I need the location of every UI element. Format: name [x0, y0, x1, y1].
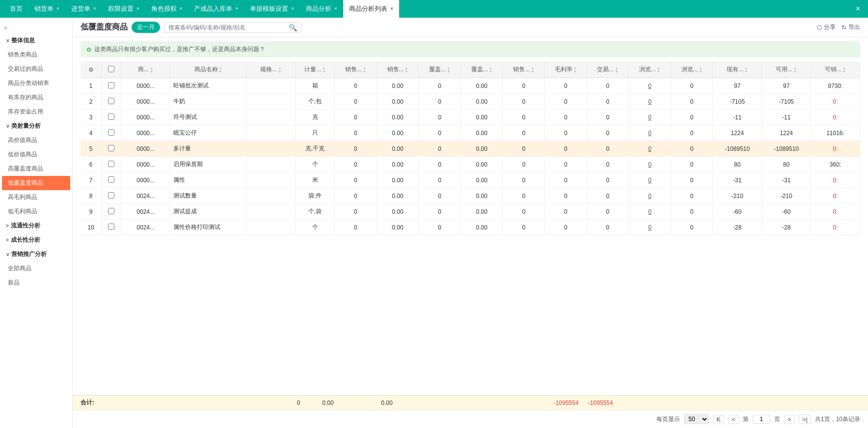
nav-tab-analysis-list[interactable]: 商品分析列表 ×: [343, 0, 399, 18]
row-checkbox[interactable]: [108, 161, 114, 167]
row-name: 旺铺批次测试: [170, 78, 246, 94]
nav-tab-role[interactable]: 角色授权 ×: [145, 0, 189, 18]
sidebar-section-analysis[interactable]: ∨ 类射量分析: [0, 119, 72, 133]
row-name: 牛奶: [170, 94, 246, 110]
close-template-tab[interactable]: ×: [291, 0, 294, 18]
row-check[interactable]: [102, 220, 121, 235]
row-current: 97: [713, 78, 762, 94]
sidebar-item-traded-goods[interactable]: 交易过的商品: [0, 62, 72, 76]
row-browse1[interactable]: 0: [629, 220, 671, 235]
page-label: 第: [743, 415, 749, 424]
close-permission-tab[interactable]: ×: [136, 0, 139, 18]
row-browse1[interactable]: 0: [629, 94, 671, 110]
sidebar-section-liquidity[interactable]: > 流通性分析: [0, 219, 72, 233]
close-sales-tab[interactable]: ×: [56, 0, 59, 18]
table-body: 1 0000... 旺铺批次测试 箱 0 0.00 0 0.00 0 0 0 0…: [81, 78, 860, 235]
current-page-input[interactable]: [753, 415, 770, 424]
row-name: 多计量: [170, 141, 246, 157]
close-analysis-tab[interactable]: ×: [334, 0, 337, 18]
row-check[interactable]: [102, 110, 121, 125]
sidebar-item-stock-fund[interactable]: 库存资金占用: [0, 105, 72, 119]
col-settings[interactable]: ⚙: [81, 61, 102, 78]
row-checkbox[interactable]: [108, 208, 114, 214]
row-browse1[interactable]: 0: [629, 110, 671, 125]
row-coverage2: 0.00: [461, 188, 503, 204]
row-check[interactable]: [102, 204, 121, 220]
select-all-checkbox[interactable]: [108, 66, 114, 72]
nav-tab-template[interactable]: 单据模板设置 ×: [244, 0, 300, 18]
row-checkbox[interactable]: [108, 82, 114, 88]
row-spec: [246, 125, 296, 141]
sidebar-section-overview[interactable]: ∨ 整体信息: [0, 33, 72, 48]
row-current: 80: [713, 157, 762, 172]
nav-tab-home[interactable]: 首页: [4, 0, 28, 18]
row-browse1[interactable]: 0: [629, 204, 671, 220]
row-sales-qty: 0: [335, 94, 377, 110]
nav-tab-permission[interactable]: 权限设置 ×: [102, 0, 145, 18]
row-checkbox[interactable]: [108, 114, 114, 120]
row-spec: [246, 94, 296, 110]
close-app-button[interactable]: ×: [852, 4, 864, 13]
sidebar-item-high-profit[interactable]: 高毛利商品: [0, 190, 72, 204]
col-browse2: 浏览...▲▼: [671, 61, 713, 78]
row-browse1[interactable]: 0: [629, 78, 671, 94]
sidebar-item-sales-goods[interactable]: 销售类商品: [0, 48, 72, 62]
sidebar-collapse-btn[interactable]: «: [0, 22, 72, 33]
row-browse1[interactable]: 0: [629, 157, 671, 172]
row-idx: 9: [81, 204, 102, 220]
row-checkbox[interactable]: [108, 98, 114, 104]
row-checkbox[interactable]: [108, 129, 114, 136]
row-coverage2: 0.00: [461, 94, 503, 110]
first-page-btn[interactable]: K: [713, 415, 724, 424]
row-sales-amt: 0.00: [377, 157, 419, 172]
sidebar-item-high-coverage[interactable]: 高覆盖度商品: [0, 162, 72, 176]
row-checkbox[interactable]: [108, 176, 114, 183]
row-browse1[interactable]: 0: [629, 141, 671, 157]
close-purchase-tab[interactable]: ×: [93, 0, 96, 18]
prev-page-btn[interactable]: <: [728, 415, 739, 424]
row-checkbox[interactable]: [108, 224, 114, 230]
close-product-tab[interactable]: ×: [235, 0, 238, 18]
sidebar-item-low-coverage[interactable]: 低覆盖度商品: [2, 176, 70, 190]
sidebar-section-growth[interactable]: > 成长性分析: [0, 233, 72, 247]
export-button[interactable]: ↻ 导出: [841, 23, 860, 31]
sidebar-item-low-profit[interactable]: 低毛利商品: [0, 204, 72, 219]
row-browse1[interactable]: 0: [629, 125, 671, 141]
next-page-btn[interactable]: >: [784, 415, 795, 424]
row-check[interactable]: [102, 78, 121, 94]
col-spec: 规格...▲▼: [246, 61, 296, 78]
sidebar-section-marketing[interactable]: ∨ 营销推广分析: [0, 247, 72, 261]
close-role-tab[interactable]: ×: [180, 0, 183, 18]
row-available: -1089510: [762, 141, 811, 157]
search-icon[interactable]: 🔍: [289, 24, 297, 31]
filter-btn-month[interactable]: 近一月: [132, 22, 160, 33]
row-check[interactable]: [102, 141, 121, 157]
row-check[interactable]: [102, 172, 121, 188]
sidebar-item-low-value[interactable]: 低价值商品: [0, 147, 72, 162]
row-check[interactable]: [102, 94, 121, 110]
nav-tab-sales[interactable]: 销货单 ×: [28, 0, 65, 18]
sidebar-item-all-goods[interactable]: 全部商品: [0, 261, 72, 276]
nav-tab-purchase[interactable]: 进货单 ×: [65, 0, 102, 18]
last-page-btn[interactable]: >|: [799, 415, 811, 424]
row-check[interactable]: [102, 157, 121, 172]
per-page-select[interactable]: 10 20 50 100: [684, 414, 709, 424]
row-check[interactable]: [102, 188, 121, 204]
sidebar-item-stocked-goods[interactable]: 有库存的商品: [0, 90, 72, 105]
row-browse2: 0: [671, 204, 713, 220]
row-browse1[interactable]: 0: [629, 188, 671, 204]
row-check[interactable]: [102, 125, 121, 141]
row-checkbox[interactable]: [108, 145, 114, 151]
row-browse1[interactable]: 0: [629, 172, 671, 188]
nav-tab-analysis[interactable]: 商品分析 ×: [300, 0, 343, 18]
close-analysis-list-tab[interactable]: ×: [390, 0, 393, 18]
sidebar-item-high-value[interactable]: 高价值商品: [0, 133, 72, 147]
search-input[interactable]: [168, 24, 287, 31]
settings-icon[interactable]: ⚙: [88, 66, 94, 73]
nav-tab-product-in[interactable]: 产成品入库单 ×: [188, 0, 244, 18]
sidebar-item-new-goods[interactable]: 新品: [0, 276, 72, 290]
share-button[interactable]: ⬡ 分享: [817, 23, 836, 31]
row-checkbox[interactable]: [108, 192, 114, 199]
sidebar-item-category-rate[interactable]: 商品分类动销率: [0, 76, 72, 90]
col-check[interactable]: [102, 61, 121, 78]
